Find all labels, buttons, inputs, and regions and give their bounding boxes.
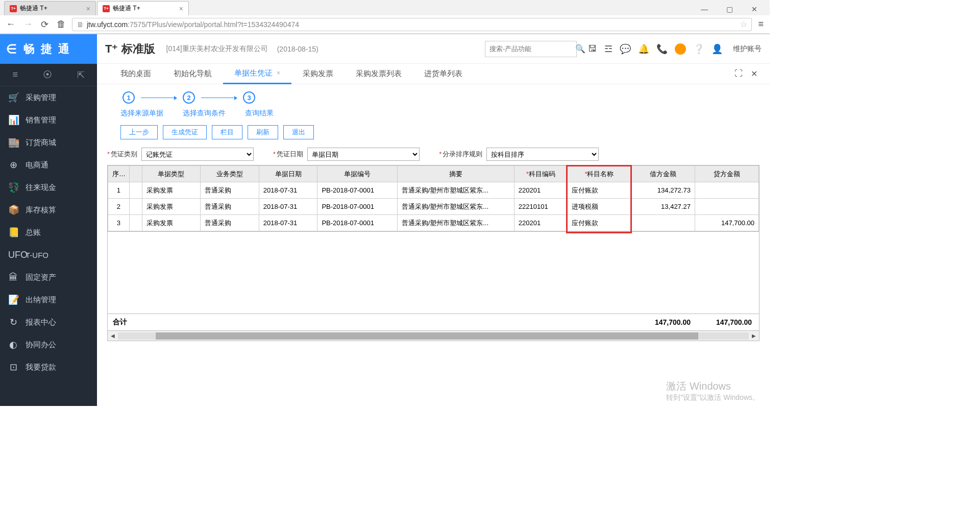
search-input[interactable] (489, 45, 575, 53)
col-check[interactable] (129, 166, 142, 182)
page-tab-1[interactable]: 初始化导航 (162, 64, 223, 84)
page-tab-5[interactable]: 进货单列表 (413, 64, 474, 84)
scroll-track[interactable] (118, 332, 749, 340)
phone-icon[interactable]: 📞 (656, 43, 668, 55)
cell-check[interactable] (129, 215, 142, 231)
col-debit[interactable]: 借方金额 (631, 166, 695, 182)
close-icon[interactable]: × (86, 5, 90, 13)
exit-button[interactable]: 退出 (283, 125, 314, 139)
cell-summary: 普通采购/塑州市塑城区紫东... (397, 215, 514, 231)
cell-acct-code[interactable]: 220201 (514, 215, 567, 231)
sidebar-item-7[interactable]: UFOT-UFO (0, 244, 97, 266)
close-icon[interactable]: × (277, 69, 280, 77)
sidebar-item-5[interactable]: 📦库存核算 (0, 199, 97, 221)
sidebar-item-12[interactable]: ⊡我要贷款 (0, 356, 97, 378)
col-doc-no[interactable]: 单据编号 (317, 166, 397, 182)
col-acct-code[interactable]: *科目编码 (514, 166, 567, 182)
sidebar-item-6[interactable]: 📒总账 (0, 221, 97, 244)
menu-icon[interactable]: ≡ (12, 69, 18, 80)
sidebar-item-1[interactable]: 📊销售管理 (0, 109, 97, 131)
close-icon[interactable]: × (179, 5, 183, 13)
menu-button[interactable]: ≡ (756, 19, 766, 30)
bookmark-icon[interactable]: ☆ (740, 19, 747, 29)
sidebar-item-0[interactable]: 🛒采购管理 (0, 86, 97, 109)
sidebar-item-11[interactable]: ◐协同办公 (0, 333, 97, 356)
address-bar: ← → ⟳ 🗑 🗎 jtw.ufyct.com:7575/TPlus/view/… (0, 15, 770, 34)
cell-doc-type: 采购发票 (142, 182, 201, 199)
col-seq[interactable]: 序号 (108, 166, 130, 182)
voucher-date-select[interactable]: 单据日期 (307, 148, 420, 161)
table-row[interactable]: 2 采购发票 普通采购 2018-07-31 PB-2018-07-0001 普… (108, 199, 759, 215)
target-icon[interactable]: ⦿ (43, 69, 52, 80)
cell-acct-name[interactable]: 应付账款 (567, 182, 631, 199)
sidebar-icon: 💱 (8, 182, 18, 193)
cell-check[interactable] (129, 199, 142, 215)
maximize-button[interactable]: ▢ (722, 3, 737, 15)
trash-button[interactable]: 🗑 (55, 19, 68, 30)
scroll-right-icon[interactable]: ▶ (749, 333, 759, 339)
cell-check[interactable] (129, 182, 142, 199)
save-icon[interactable]: 🖫 (588, 43, 597, 54)
col-biz-type[interactable]: 业务类型 (201, 166, 259, 182)
sidebar-item-label: 总账 (26, 228, 41, 237)
table-row[interactable]: 1 采购发票 普通采购 2018-07-31 PB-2018-07-0001 普… (108, 182, 759, 199)
table-row[interactable]: 3 采购发票 普通采购 2018-07-31 PB-2018-07-0001 普… (108, 215, 759, 231)
page-tab-2[interactable]: 单据生凭证× (223, 64, 291, 84)
back-button[interactable]: ← (4, 19, 17, 30)
close-button[interactable]: ✕ (747, 3, 762, 15)
prev-button[interactable]: 上一步 (120, 125, 158, 139)
col-summary[interactable]: 摘要 (397, 166, 514, 182)
generate-button[interactable]: 生成凭证 (163, 125, 207, 139)
grid-wrapper: 序号 单据类型 业务类型 单据日期 单据编号 摘要 *科目编码 *科目名称 借方… (107, 165, 760, 341)
cell-acct-name[interactable]: 应付账款 (567, 215, 631, 231)
minimize-button[interactable]: — (697, 3, 712, 15)
main-area: T⁺ 标准版 [014]重庆美村农业开发有限公司 (2018-08-15) 🔍 … (97, 34, 770, 406)
browser-tab-active[interactable]: T+ 畅捷通 T+ × (97, 1, 189, 15)
account-label[interactable]: 维护账号 (733, 44, 762, 54)
sidebar-item-3[interactable]: ⊕电商通 (0, 154, 97, 176)
cell-acct-code[interactable]: 220201 (514, 182, 567, 199)
cell-acct-name[interactable]: 进项税额 (567, 199, 631, 215)
page-tab-0[interactable]: 我的桌面 (109, 64, 162, 84)
filter-bar: 凭证类别 记账凭证 凭证日期 单据日期 分录排序规则 按科目排序 (107, 148, 760, 161)
scroll-thumb[interactable] (156, 332, 698, 340)
col-credit[interactable]: 贷方金额 (695, 166, 758, 182)
reload-button[interactable]: ⟳ (39, 19, 51, 30)
back-arrow-icon[interactable]: ∈ (6, 42, 18, 56)
wizard-step-3[interactable]: 3 (243, 91, 255, 104)
help-icon[interactable]: ❔ (693, 43, 704, 55)
voucher-type-select[interactable]: 记账凭证 (141, 148, 254, 161)
wizard-step-2[interactable]: 2 (183, 91, 195, 104)
export-icon[interactable]: ⇱ (77, 69, 85, 81)
bell-icon[interactable]: 🔔 (638, 43, 649, 55)
list-icon[interactable]: ☲ (604, 43, 612, 55)
col-doc-type[interactable]: 单据类型 (142, 166, 201, 182)
col-doc-date[interactable]: 单据日期 (259, 166, 317, 182)
search-box[interactable]: 🔍 (485, 41, 577, 57)
horizontal-scrollbar[interactable]: ◀ ▶ (107, 331, 760, 341)
close-all-icon[interactable]: ✕ (751, 69, 757, 79)
page-tab-4[interactable]: 采购发票列表 (345, 64, 413, 84)
sort-rule-select[interactable]: 按科目排序 (486, 148, 599, 161)
monkey-icon[interactable] (675, 43, 686, 55)
forward-button[interactable]: → (21, 19, 35, 30)
wizard-step-1[interactable]: 1 (122, 91, 135, 104)
fullscreen-icon[interactable]: ⛶ (734, 69, 743, 79)
refresh-button[interactable]: 刷新 (248, 125, 278, 139)
page-tab-3[interactable]: 采购发票 (291, 64, 345, 84)
chat-icon[interactable]: 💬 (620, 43, 631, 55)
sidebar-item-8[interactable]: 🏛固定资产 (0, 266, 97, 289)
cell-doc-date: 2018-07-31 (259, 182, 317, 199)
cell-acct-code[interactable]: 22210101 (514, 199, 567, 215)
sidebar-item-4[interactable]: 💱往来现金 (0, 176, 97, 199)
search-icon[interactable]: 🔍 (575, 44, 585, 54)
sidebar-item-2[interactable]: 🏬订货商城 (0, 131, 97, 154)
sidebar-item-10[interactable]: ↻报表中心 (0, 311, 97, 333)
col-acct-name[interactable]: *科目名称 (567, 166, 631, 182)
browser-tab[interactable]: T+ 畅捷通 T+ × (4, 1, 96, 15)
url-input[interactable]: 🗎 jtw.ufyct.com:7575/TPlus/view/portal/p… (72, 18, 752, 31)
scroll-left-icon[interactable]: ◀ (108, 333, 118, 339)
columns-button[interactable]: 栏目 (212, 125, 242, 139)
user-icon[interactable]: 👤 (712, 43, 723, 55)
sidebar-item-9[interactable]: 📝出纳管理 (0, 289, 97, 311)
